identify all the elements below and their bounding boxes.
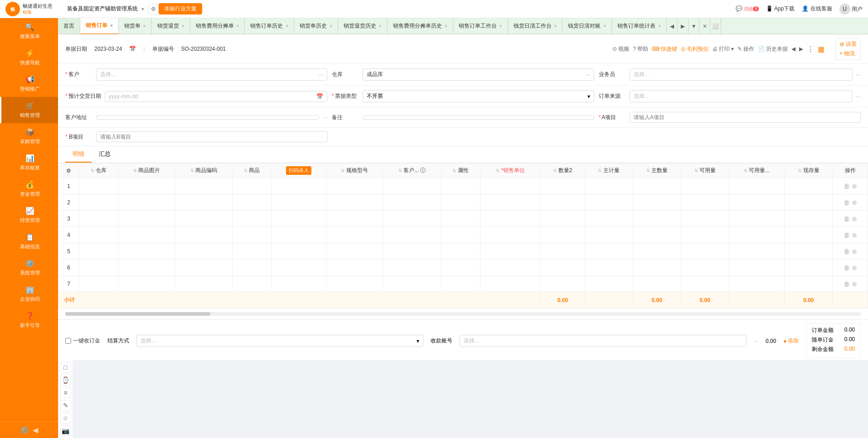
tab-nav-next[interactable]: ▶ xyxy=(678,18,689,34)
customer-expand-btn[interactable]: ··· xyxy=(319,72,323,78)
copy-row-6-btn[interactable]: ⊕ xyxy=(852,264,857,271)
shortcuts-btn[interactable]: ⌨ 快捷键 xyxy=(652,45,677,53)
sidebar-item-enterprise[interactable]: 🏢 企业协同 xyxy=(0,281,58,307)
sidebar-item-marketing[interactable]: 📢 营销推广 xyxy=(0,71,58,97)
delete-row-2-btn[interactable]: 🗑 xyxy=(844,199,850,206)
copy-row-2-btn[interactable]: ⊕ xyxy=(852,199,857,206)
user-avatar[interactable]: U 用户 xyxy=(839,4,863,14)
form-settings-btn[interactable]: ⚙ 设置 xyxy=(839,40,857,48)
view-toggle-list[interactable]: ▦ xyxy=(818,45,824,53)
operations-btn[interactable]: ✎ 操作 xyxy=(737,45,754,53)
view-btn[interactable]: ⊙ 视频 xyxy=(612,45,629,53)
messages-icon[interactable]: 💬 消息 9 xyxy=(736,5,759,12)
warehouse-input[interactable]: 成品库 ··· xyxy=(363,68,594,81)
sidebar-item-inventory[interactable]: 📊 库存核算 xyxy=(0,149,58,176)
delete-row-4-btn[interactable]: 🗑 xyxy=(844,231,850,239)
delete-row-1-btn[interactable]: 🗑 xyxy=(844,183,850,190)
col-settings[interactable]: ⚙ xyxy=(58,164,79,178)
tab-close-order-workbench[interactable]: × xyxy=(499,24,502,29)
tab-close-sales-delivery[interactable]: × xyxy=(182,24,184,29)
delete-row-3-btn[interactable]: 🗑 xyxy=(844,215,850,222)
order-source-input[interactable]: 选择... xyxy=(630,90,853,102)
history-btn[interactable]: 📄 历史单据 xyxy=(758,45,788,53)
tab-sales-fee-split[interactable]: 销售费用分摊单 × xyxy=(190,18,245,34)
tab-sales-order-history[interactable]: 销售订单历史 × xyxy=(245,18,294,34)
sidebar-item-sales[interactable]: 🛒 销售管理 xyxy=(0,97,58,123)
tab-sales-order[interactable]: 销售订单 × xyxy=(80,18,119,34)
view-toggle-grid[interactable]: ⋮ xyxy=(807,45,814,53)
sidebar-item-operations[interactable]: 📈 经营管理 xyxy=(0,202,58,228)
scan-entry-btn[interactable]: 扫码录入 xyxy=(286,166,311,175)
copy-row-4-btn[interactable]: ⊕ xyxy=(852,231,857,239)
tab-fee-history[interactable]: 销售费用分摊单历史 × xyxy=(388,18,453,34)
right-tool-6[interactable]: 📷 xyxy=(60,425,71,436)
tab-close-cash-reconcile[interactable]: × xyxy=(603,24,606,29)
sidebar-item-basic[interactable]: 📋 基础信息 xyxy=(0,228,58,255)
tab-cash-reconcile[interactable]: 钱货日清对账 × xyxy=(563,18,612,34)
account-select[interactable]: 选择... xyxy=(460,335,747,347)
delivery-date-input[interactable]: yyyy-mm-dd 📅 xyxy=(105,91,328,102)
tab-sales-delivery[interactable]: 销货退货 × xyxy=(152,18,190,34)
tab-close-return-history[interactable]: × xyxy=(330,24,332,29)
copy-row-5-btn[interactable]: ⊕ xyxy=(852,248,857,255)
sidebar-item-finance[interactable]: 💰 资金管理 xyxy=(0,176,58,202)
sidebar-item-quick-nav[interactable]: ⚡ 快捷导航 xyxy=(0,44,58,71)
sidebar-item-system[interactable]: ⚙️ 系统管理 xyxy=(0,255,58,281)
tab-sales-return-history[interactable]: 销货单历史 × xyxy=(294,18,338,34)
app-download[interactable]: 📱 App下载 xyxy=(766,5,795,13)
copy-row-1-btn[interactable]: ⊕ xyxy=(852,183,857,190)
tab-cash-daily[interactable]: 钱货日清工作台 × xyxy=(508,18,563,34)
copy-row-3-btn[interactable]: ⊕ xyxy=(852,215,857,222)
sidebar-settings-icon[interactable]: ⚙️ xyxy=(20,426,29,434)
customer-address-input[interactable] xyxy=(96,115,319,120)
delete-row-7-btn[interactable]: 🗑 xyxy=(844,280,850,288)
tab-close-fee-split[interactable]: × xyxy=(237,24,239,29)
tab-close-sales-return[interactable]: × xyxy=(143,24,146,29)
address-expand-btn[interactable]: ··· xyxy=(323,114,327,120)
add-item-btn[interactable]: ● 添加 xyxy=(783,337,798,345)
customer-input[interactable]: 选择... ··· xyxy=(96,68,327,81)
tab-maximize[interactable]: ⬜ xyxy=(710,18,721,34)
tab-close-order-history[interactable]: × xyxy=(286,24,288,29)
copy-row-7-btn[interactable]: ⊕ xyxy=(852,280,857,288)
right-tool-2[interactable]: ⌚ xyxy=(60,375,71,385)
system-dropdown-icon[interactable]: ▾ xyxy=(141,6,144,12)
add-material-btn[interactable]: + 物流 xyxy=(839,50,857,58)
right-tool-3[interactable]: ≡ xyxy=(60,387,71,398)
right-tool-5[interactable]: ☆ xyxy=(60,413,71,424)
print-btn[interactable]: 🖨 打印 ▾ xyxy=(712,45,734,53)
tab-nav-menu[interactable]: ▼ xyxy=(689,18,699,34)
prev-record-btn[interactable]: ◀ xyxy=(791,46,795,52)
sidebar-item-search[interactable]: 🔍 搜索菜单 xyxy=(0,18,58,44)
system-settings-icon[interactable]: ⚙ xyxy=(148,4,159,14)
one-click-checkbox-label[interactable]: 一键收订金 xyxy=(65,337,100,345)
sidebar-item-guide[interactable]: ❓ 新手引导 xyxy=(0,307,58,333)
right-tool-4[interactable]: ✎ xyxy=(60,400,71,411)
scrollbar-thumb[interactable] xyxy=(65,312,210,316)
right-tool-1[interactable]: □ xyxy=(60,362,71,373)
tab-order-workbench[interactable]: 销售订单工作台 × xyxy=(453,18,508,34)
tab-home[interactable]: 首页 xyxy=(58,18,80,34)
tab-close-delivery-history[interactable]: × xyxy=(379,24,382,29)
tab-close-fee-history[interactable]: × xyxy=(445,24,447,29)
order-source-expand-btn[interactable]: ··· xyxy=(856,93,861,100)
tab-close-all[interactable]: ✕ xyxy=(699,18,710,34)
tab-close-sales-stats[interactable]: × xyxy=(658,24,661,29)
staff-input[interactable]: 选择... xyxy=(630,68,853,81)
sidebar-item-purchase[interactable]: 📦 采购管理 xyxy=(0,123,58,149)
one-click-checkbox[interactable] xyxy=(65,338,71,344)
profit-btn[interactable]: ◎ 毛利预估 xyxy=(681,45,708,53)
tab-delivery-history[interactable]: 销货退货历史 × xyxy=(338,18,388,34)
payment-method-select[interactable]: 选择... ▾ xyxy=(136,335,423,347)
tab-detail[interactable]: 明细 xyxy=(65,146,92,163)
online-support[interactable]: 👤 在线客服 xyxy=(802,5,832,13)
warehouse-expand-btn[interactable]: ··· xyxy=(586,72,590,78)
tab-summary[interactable]: 汇总 xyxy=(92,146,118,163)
delete-row-5-btn[interactable]: 🗑 xyxy=(844,248,850,255)
tab-close-sales-order[interactable]: × xyxy=(110,23,113,28)
tab-sales-stats[interactable]: 销售订单统计表 × xyxy=(612,18,667,34)
help-btn[interactable]: ? 帮助 xyxy=(633,45,648,53)
invoice-type-select[interactable]: 不开票 ▾ xyxy=(363,90,594,102)
horizontal-scrollbar[interactable] xyxy=(65,312,861,316)
tab-nav-prev[interactable]: ◀ xyxy=(667,18,678,34)
